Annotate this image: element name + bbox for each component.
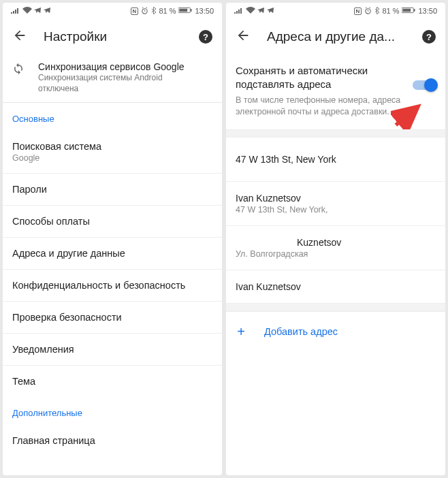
- address-item[interactable]: Kuznetsov Ул. Волгоградская: [226, 225, 445, 270]
- battery-icon: [402, 7, 415, 15]
- alarm-icon: [141, 7, 148, 16]
- battery-text: 81 %: [159, 7, 176, 15]
- item-label: Поисковая система: [12, 141, 212, 152]
- status-bar: N 81 % 13:50: [3, 3, 222, 19]
- app-bar-r: Адреса и другие да... ?: [226, 19, 445, 54]
- telegram-icon-2: [267, 7, 274, 16]
- status-bar-r: N 81 % 13:50: [226, 3, 445, 19]
- address-name: Ivan Kuznetsov: [236, 193, 436, 204]
- address-item[interactable]: Ivan Kuznetsov 47 W 13th St, New York,: [226, 181, 445, 225]
- section-basic: Основные: [3, 103, 222, 131]
- sync-sub2: отключена: [38, 83, 185, 94]
- autofill-toggle-row: Сохранять и автоматически подставлять ад…: [226, 54, 445, 129]
- battery-icon: [178, 7, 192, 15]
- nfc-icon: N: [354, 7, 362, 15]
- address-line: Ул. Волгоградская: [236, 249, 436, 259]
- sync-row[interactable]: Синхронизация сервисов Google Синхрониза…: [3, 54, 222, 102]
- svg-rect-6: [403, 9, 411, 12]
- autofill-toggle[interactable]: [413, 80, 436, 90]
- toggle-desc: В том числе телефонные номера, адреса эл…: [236, 95, 406, 118]
- clock-text: 13:50: [195, 7, 214, 15]
- address-name: Kuznetsov: [236, 237, 436, 248]
- item-sub: Google: [12, 153, 212, 163]
- sync-title: Синхронизация сервисов Google: [38, 61, 185, 72]
- add-address-button[interactable]: + Добавить адрес: [226, 311, 445, 352]
- item-addresses[interactable]: Адреса и другие данные: [3, 237, 222, 269]
- addresses-content: Сохранять и автоматически подставлять ад…: [226, 54, 445, 475]
- help-icon[interactable]: ?: [422, 30, 436, 44]
- item-homepage[interactable]: Главная страница: [3, 425, 222, 456]
- svg-rect-2: [180, 9, 188, 12]
- nfc-icon: N: [131, 7, 139, 15]
- svg-rect-7: [414, 9, 415, 12]
- item-privacy[interactable]: Конфиденциальность и безопасность: [3, 269, 222, 301]
- page-title: Адреса и другие да...: [267, 29, 406, 44]
- toggle-title: Сохранять и автоматически подставлять ад…: [236, 64, 406, 92]
- back-icon[interactable]: [12, 28, 27, 46]
- section-extra: Дополнительные: [3, 397, 222, 425]
- svg-rect-3: [191, 9, 192, 12]
- signal-icon: [234, 7, 244, 15]
- telegram-icon: [257, 7, 265, 16]
- plus-icon: +: [236, 324, 246, 340]
- item-theme[interactable]: Тема: [3, 365, 222, 397]
- item-safety[interactable]: Проверка безопасности: [3, 301, 222, 333]
- telegram-icon-2: [44, 7, 51, 16]
- signal-icon: [11, 7, 20, 15]
- address-line: 47 W 13th St, New York: [236, 154, 436, 165]
- left-screen: N 81 % 13:50 Настройки ? Синхрон: [3, 3, 222, 475]
- address-item[interactable]: Ivan Kuznetsov: [226, 270, 445, 303]
- wifi-icon: [246, 7, 255, 15]
- app-bar: Настройки ?: [3, 19, 222, 54]
- sync-icon: [12, 63, 26, 77]
- back-icon[interactable]: [236, 28, 251, 46]
- clock-text: 13:50: [418, 7, 437, 15]
- alarm-icon: [364, 7, 372, 16]
- battery-text: 81 %: [382, 7, 399, 15]
- item-notifications[interactable]: Уведомления: [3, 333, 222, 365]
- address-item[interactable]: 47 W 13th St, New York: [226, 138, 445, 181]
- address-name: Ivan Kuznetsov: [236, 281, 436, 292]
- add-label: Добавить адрес: [264, 326, 338, 337]
- settings-list: Синхронизация сервисов Google Синхрониза…: [3, 54, 222, 475]
- item-search-engine[interactable]: Поисковая система Google: [3, 131, 222, 173]
- help-icon[interactable]: ?: [199, 30, 212, 44]
- telegram-icon: [34, 7, 42, 16]
- right-screen: N 81 % 13:50 Адреса и другие да... ? Сох…: [226, 3, 445, 475]
- bluetooth-icon: [151, 7, 156, 16]
- address-line: 47 W 13th St, New York,: [236, 205, 436, 214]
- sync-sub1: Синхронизация системы Android: [38, 72, 185, 83]
- bluetooth-icon: [374, 7, 379, 16]
- item-payment[interactable]: Способы оплаты: [3, 205, 222, 237]
- wifi-icon: [22, 7, 32, 15]
- item-passwords[interactable]: Пароли: [3, 173, 222, 205]
- page-title: Настройки: [44, 29, 182, 44]
